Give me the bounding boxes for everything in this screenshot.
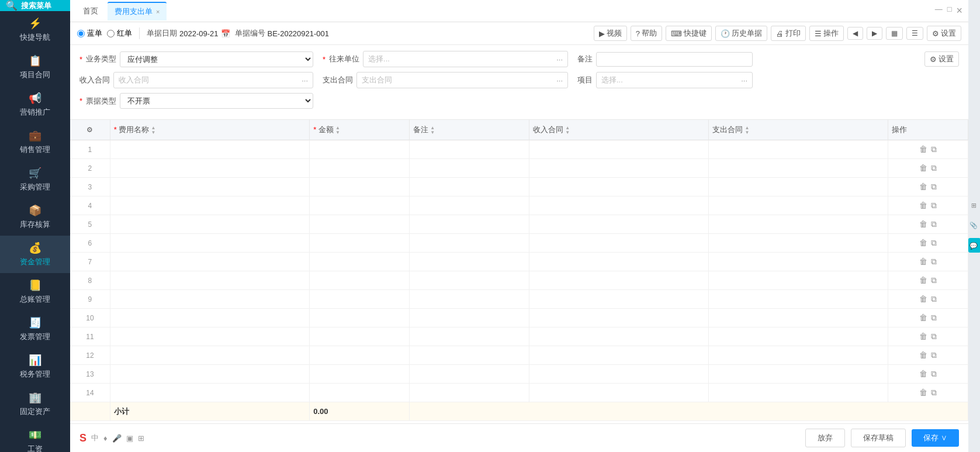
copy-icon-9[interactable]: ⧉ [931, 294, 937, 304]
red-radio-label[interactable]: 红单 [107, 28, 132, 39]
copy-icon-11[interactable]: ⧉ [931, 332, 937, 341]
delete-icon-6[interactable]: 🗑 [919, 238, 927, 248]
note-cell-8[interactable] [409, 271, 529, 290]
delete-icon-5[interactable]: 🗑 [919, 219, 927, 229]
sidebar-item-fixed-assets[interactable]: 🏢 固定资产 [0, 385, 70, 423]
expense-contract-cell-2[interactable] [709, 159, 888, 178]
expense-contract-cell-3[interactable] [709, 178, 888, 196]
history-button[interactable]: 🕐 历史单据 [715, 26, 767, 41]
amount-cell-5[interactable] [310, 215, 410, 234]
ops-button[interactable]: ☰ 操作 [809, 26, 844, 41]
amount-cell-8[interactable] [310, 271, 410, 290]
layout-btn1[interactable]: ▦ [886, 27, 903, 40]
save-draft-button[interactable]: 保存草稿 [851, 429, 906, 447]
expense-contract-cell-6[interactable] [709, 234, 888, 253]
income-contract-cell-9[interactable] [529, 290, 708, 309]
sidebar-item-purchase[interactable]: 🛒 采购管理 [0, 161, 70, 198]
delete-icon-11[interactable]: 🗑 [919, 332, 927, 341]
form-settings-button[interactable]: ⚙ 设置 [924, 51, 959, 67]
note-cell-9[interactable] [409, 290, 529, 309]
payee-dots[interactable]: ··· [556, 55, 563, 64]
expense-contract-sort[interactable]: ▲▼ [744, 126, 749, 135]
income-contract-cell-5[interactable] [529, 215, 708, 234]
expense-contract-cell-9[interactable] [709, 290, 888, 309]
expense-contract-cell-5[interactable] [709, 215, 888, 234]
sidebar-item-sales[interactable]: 💼 销售管理 [0, 123, 70, 161]
note-cell-10[interactable] [409, 309, 529, 327]
project-wrap[interactable]: 选择... ··· [596, 72, 753, 88]
income-contract-cell-6[interactable] [529, 234, 708, 253]
amount-cell-7[interactable] [310, 253, 410, 271]
sidebar-item-quick-nav[interactable]: ⚡ 快捷导航 [0, 11, 70, 49]
expense-contract-cell-13[interactable] [709, 365, 888, 384]
delete-icon-12[interactable]: 🗑 [919, 350, 927, 360]
note-cell-7[interactable] [409, 253, 529, 271]
income-contract-cell-4[interactable] [529, 196, 708, 215]
amount-sort[interactable]: ▲▼ [335, 126, 340, 135]
right-edge-expand[interactable]: ⊞ [969, 199, 979, 212]
payee-input-wrap[interactable]: 选择... ··· [363, 51, 568, 67]
income-contract-cell-14[interactable] [529, 384, 708, 402]
expense-contract-cell-8[interactable] [709, 271, 888, 290]
expense-name-cell-13[interactable] [110, 365, 309, 384]
blue-radio-label[interactable]: 蓝单 [77, 28, 102, 39]
copy-icon-6[interactable]: ⧉ [931, 238, 937, 248]
sidebar-item-inventory[interactable]: 📦 库存核算 [0, 198, 70, 236]
copy-icon-4[interactable]: ⧉ [931, 201, 937, 211]
nav-next-button[interactable]: ▶ [867, 27, 882, 40]
expense-name-cell-3[interactable] [110, 178, 309, 196]
copy-icon-14[interactable]: ⧉ [931, 388, 937, 398]
delete-icon-3[interactable]: 🗑 [919, 182, 927, 192]
amount-cell-6[interactable] [310, 234, 410, 253]
tab-expense[interactable]: 费用支出单 × [108, 2, 167, 20]
delete-icon-9[interactable]: 🗑 [919, 294, 927, 304]
income-contract-cell-1[interactable] [529, 140, 708, 159]
note-cell-4[interactable] [409, 196, 529, 215]
right-edge-chat[interactable]: 💬 [968, 238, 981, 253]
income-contract-cell-8[interactable] [529, 271, 708, 290]
copy-icon-8[interactable]: ⧉ [931, 275, 937, 285]
copy-icon-2[interactable]: ⧉ [931, 163, 937, 173]
note-cell-6[interactable] [409, 234, 529, 253]
income-contract-wrap[interactable]: 收入合同 ··· [113, 72, 313, 88]
sidebar-item-salary[interactable]: 💵 工资 [0, 423, 70, 452]
copy-icon-5[interactable]: ⧉ [931, 219, 937, 229]
amount-cell-11[interactable] [310, 327, 410, 346]
income-contract-cell-11[interactable] [529, 327, 708, 346]
tab-home[interactable]: 首页 [76, 2, 105, 20]
amount-cell-10[interactable] [310, 309, 410, 327]
window-maximize[interactable]: □ [947, 5, 952, 17]
layout-btn2[interactable]: ☰ [906, 27, 923, 40]
amount-cell-3[interactable] [310, 178, 410, 196]
calendar-icon[interactable]: 📅 [221, 29, 230, 38]
copy-icon-7[interactable]: ⧉ [931, 257, 937, 267]
note-cell-11[interactable] [409, 327, 529, 346]
expense-name-cell-6[interactable] [110, 234, 309, 253]
copy-icon-3[interactable]: ⧉ [931, 182, 937, 192]
delete-icon-14[interactable]: 🗑 [919, 388, 927, 398]
delete-icon-10[interactable]: 🗑 [919, 313, 927, 323]
income-contract-cell-10[interactable] [529, 309, 708, 327]
window-minimize[interactable]: — [935, 5, 943, 17]
note-cell-2[interactable] [409, 159, 529, 178]
blue-radio[interactable] [77, 30, 85, 37]
note-cell-5[interactable] [409, 215, 529, 234]
print-button[interactable]: 🖨 打印 [771, 26, 806, 41]
copy-icon-10[interactable]: ⧉ [931, 313, 937, 323]
sidebar-item-ledger[interactable]: 📒 总账管理 [0, 273, 70, 310]
note-cell-3[interactable] [409, 178, 529, 196]
right-edge-attach[interactable]: 📎 [969, 218, 979, 232]
copy-icon-13[interactable]: ⧉ [931, 369, 937, 379]
amount-cell-2[interactable] [310, 159, 410, 178]
expense-name-cell-8[interactable] [110, 271, 309, 290]
amount-cell-13[interactable] [310, 365, 410, 384]
expense-name-cell-9[interactable] [110, 290, 309, 309]
sidebar-item-project-contract[interactable]: 📋 项目合同 [0, 49, 70, 86]
expense-name-cell-14[interactable] [110, 384, 309, 402]
delete-icon-13[interactable]: 🗑 [919, 369, 927, 379]
save-button[interactable]: 保存 ∨ [912, 429, 959, 447]
note-cell-12[interactable] [409, 346, 529, 365]
note-cell-1[interactable] [409, 140, 529, 159]
amount-cell-9[interactable] [310, 290, 410, 309]
note-cell-14[interactable] [409, 384, 529, 402]
